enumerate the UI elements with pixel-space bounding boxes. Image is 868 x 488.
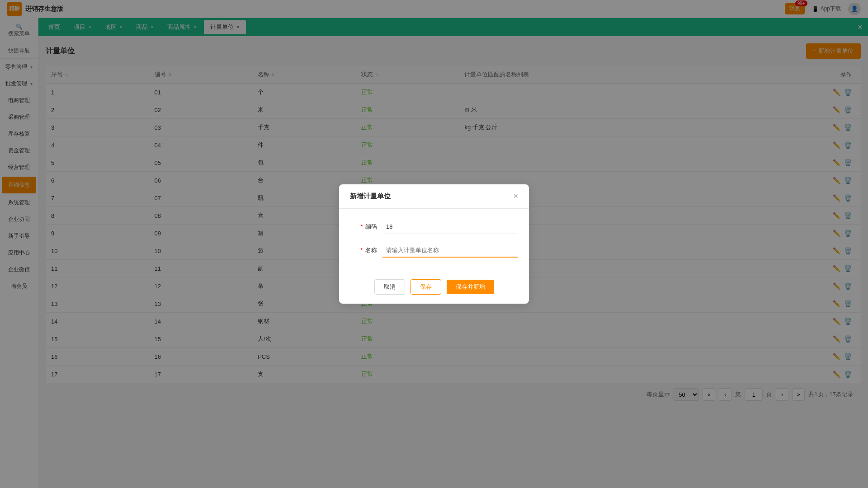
form-row-code: * 编码 [350,220,518,234]
modal-close-button[interactable]: × [513,192,518,201]
cancel-button[interactable]: 取消 [374,279,405,295]
modal-body: * 编码 * 名称 [339,209,529,274]
modal-header: 新增计量单位 × [339,184,529,209]
form-code-input[interactable] [382,220,518,234]
save-and-add-button[interactable]: 保存并新增 [447,280,494,294]
required-mark: * [360,247,363,253]
add-unit-modal: 新增计量单位 × * 编码 * 名称 取消 保存 保存并新增 [339,184,529,304]
modal-title: 新增计量单位 [350,192,391,201]
form-row-name: * 名称 [350,243,518,258]
modal-overlay: 新增计量单位 × * 编码 * 名称 取消 保存 保存并新增 [0,0,868,488]
form-name-label: * 名称 [350,246,377,254]
save-button[interactable]: 保存 [410,279,441,295]
form-code-label: * 编码 [350,223,377,231]
form-name-input[interactable] [382,243,518,258]
modal-footer: 取消 保存 保存并新增 [339,274,529,304]
required-mark: * [360,223,363,230]
